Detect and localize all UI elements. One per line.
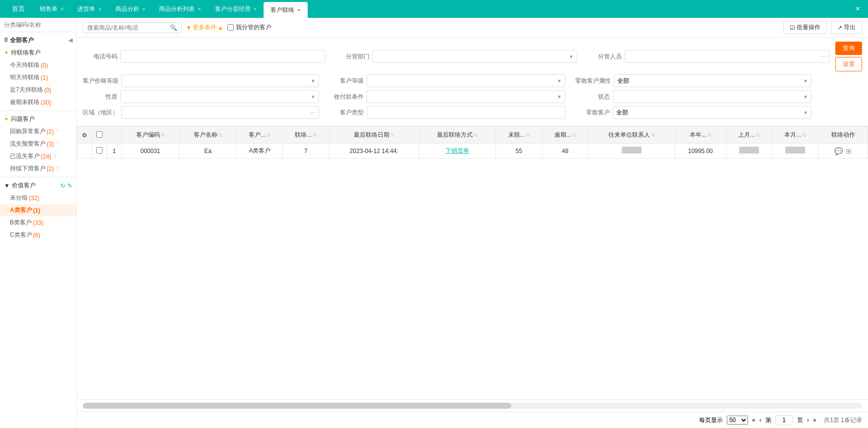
filter-status: 状态 ▼ xyxy=(575,90,812,103)
sidebar-item-tomorrow-contact[interactable]: 明天待联络 (1) xyxy=(0,71,76,84)
close-customer-tier-tab[interactable]: × xyxy=(254,6,257,12)
filter-customer-level: 客户等级 ▼ xyxy=(329,74,565,87)
filter-person-input[interactable]: ··· xyxy=(625,50,829,63)
sidebar-item-b-class[interactable]: B类客户 (33) xyxy=(0,216,76,229)
close-sales-tab[interactable]: × xyxy=(60,6,63,12)
col-overdue[interactable]: 逾期...⇅ xyxy=(542,127,588,144)
col-name[interactable]: 客户名称⇅ xyxy=(179,127,237,144)
filter-row-1: 电话号码 分管部门 ▼ 分管人员 ··· xyxy=(83,42,862,71)
filter-status-label: 状态 xyxy=(575,93,610,101)
all-customers-header[interactable]: ⠿ 全部客户 ◀ xyxy=(0,32,76,47)
close-product-list-tab[interactable]: × xyxy=(198,6,201,12)
value-group-label[interactable]: ▼ 价值客户 ↻ ✎ xyxy=(0,179,76,192)
query-button[interactable]: 查询 xyxy=(835,42,862,55)
row-action-buttons: 💬 ⊞ xyxy=(821,147,865,155)
filter-dept-select[interactable]: ▼ xyxy=(373,50,577,63)
page-nav-last[interactable]: » xyxy=(813,417,816,424)
filter-region-label: 区域（地区） xyxy=(83,108,118,117)
filter-status-select[interactable]: ▼ xyxy=(613,90,812,103)
filter-customer-type-label: 客户类型 xyxy=(329,108,364,117)
toolbar-search-icon[interactable]: 🔍 xyxy=(170,24,177,31)
horizontal-scrollbar[interactable] xyxy=(83,403,862,409)
nav-tab-customer-contact[interactable]: 客户联络 × xyxy=(264,2,307,18)
export-button[interactable]: ↗ 导出 xyxy=(831,21,862,34)
sidebar-divider-2 xyxy=(0,177,76,177)
col-contact[interactable]: 联络...⇅ xyxy=(283,127,329,144)
contact-group-label[interactable]: ▼ 待联络客户 xyxy=(0,47,76,59)
batch-op-button[interactable]: ☑ 批量操作 xyxy=(783,21,827,34)
sidebar-item-overdue-contact[interactable]: 逾期未联络 (30) xyxy=(0,96,76,108)
my-customer-checkbox[interactable] xyxy=(227,24,234,31)
page-nav-first[interactable]: « xyxy=(752,417,756,424)
sidebar-item-declining[interactable]: 持续下滑客户 (2) ? xyxy=(0,162,76,175)
problem-group-label[interactable]: ▼ 问题客户 xyxy=(0,113,76,125)
arrow-down-icon-2: ▼ xyxy=(4,116,9,122)
col-this-month[interactable]: 本月...⇅ xyxy=(772,127,818,144)
refresh-icon[interactable]: ↻ xyxy=(60,182,65,189)
sidebar-item-abnormal[interactable]: 回购异常客户 (2) ? xyxy=(0,125,76,138)
sidebar-item-lost[interactable]: 已流失客户 (24) ? xyxy=(0,150,76,162)
col-type[interactable]: 客户...⇅ xyxy=(237,127,283,144)
nav-tab-sales[interactable]: 销售单 × xyxy=(33,0,70,18)
last-method-link[interactable]: 下销货单 xyxy=(445,147,469,154)
filter-retail-customer-select[interactable]: 全部 ▼ xyxy=(613,106,812,119)
filter-price-level-select[interactable]: ▼ xyxy=(121,74,319,87)
filter-row-4: 区域（地区） ··· 客户类型 零散客户 全部 ▼ xyxy=(83,106,862,119)
nav-tab-product-analysis[interactable]: 商品分析 × xyxy=(108,0,152,18)
sidebar-item-lost-warning[interactable]: 流失预警客户 (3) ? xyxy=(0,138,76,150)
settings-button[interactable]: 设置 xyxy=(835,57,862,71)
col-last-date[interactable]: 最后联络日期⇅ xyxy=(329,127,419,144)
row-checkbox[interactable] xyxy=(92,144,107,159)
close-product-analysis-tab[interactable]: × xyxy=(142,6,145,12)
close-purchase-tab[interactable]: × xyxy=(98,6,101,12)
filter-region-input[interactable]: ··· xyxy=(121,106,319,119)
arrow-down-icon-3: ▼ xyxy=(4,182,10,189)
filter-retail-attr-select[interactable]: 全部 ▼ xyxy=(614,74,812,87)
col-this-year[interactable]: 本年...⇅ xyxy=(675,127,726,144)
col-code[interactable]: 客户编码⇅ xyxy=(122,127,179,144)
page-nav-next[interactable]: › xyxy=(807,417,809,424)
nav-tab-purchase[interactable]: 进货单 × xyxy=(70,0,108,18)
filter-nature: 性质 ▼ xyxy=(83,90,319,103)
col-no-contact[interactable]: 未联...⇅ xyxy=(496,127,542,144)
col-last-month[interactable]: 上月...⇅ xyxy=(726,127,772,144)
close-customer-contact-tab[interactable]: × xyxy=(297,7,300,13)
col-checkbox[interactable] xyxy=(92,127,107,144)
filter-phone-input[interactable] xyxy=(120,50,325,63)
filter-row-3: 性质 ▼ 收付款条件 ▼ 状态 xyxy=(83,90,862,103)
phone-action-icon[interactable]: ⊞ xyxy=(846,147,852,155)
nav-tab-product-analysis-list[interactable]: 商品分析列表 × xyxy=(152,0,208,18)
edit-icon[interactable]: ✎ xyxy=(67,182,72,189)
sidebar-divider-1 xyxy=(0,110,76,111)
row-last-method[interactable]: 下销货单 xyxy=(419,144,496,159)
filter-price-level-label: 客户价格等级 xyxy=(83,77,118,85)
filter-payment-select[interactable]: ▼ xyxy=(367,90,565,103)
sidebar-item-c-class[interactable]: C类客户 (6) xyxy=(0,229,76,241)
sidebar-item-ungroup[interactable]: 未分组 (32) xyxy=(0,192,76,204)
filter-panel: 电话号码 分管部门 ▼ 分管人员 ··· xyxy=(77,38,868,126)
page-nav-prev[interactable]: ‹ xyxy=(760,417,761,424)
page-input[interactable] xyxy=(775,415,793,425)
sidebar-item-7day-contact[interactable]: 近7天待联络 (0) xyxy=(0,84,76,96)
row-select-checkbox[interactable] xyxy=(96,147,103,154)
nav-tab-customer-tier[interactable]: 客户分层经营 × xyxy=(208,0,264,18)
sidebar-item-a-class[interactable]: A类客户 (1) xyxy=(0,204,76,216)
close-all-tabs[interactable]: × xyxy=(852,4,864,13)
filter-customer-level-select[interactable]: ▼ xyxy=(367,74,565,87)
toolbar-search-input[interactable] xyxy=(87,24,168,31)
nav-home[interactable]: 首页 xyxy=(4,0,33,18)
toolbar-filter-btn[interactable]: ▼ 更多条件 ▲ xyxy=(186,23,223,32)
status-dropdown-icon: ▼ xyxy=(803,94,808,100)
col-settings[interactable]: ⚙ xyxy=(77,127,92,144)
filter-customer-type-input[interactable] xyxy=(367,106,565,119)
chat-action-icon[interactable]: 💬 xyxy=(834,147,843,155)
col-unit-contact[interactable]: 往来单位联系人⇅ xyxy=(588,127,675,144)
filter-nature-select[interactable]: ▼ xyxy=(120,90,319,103)
customer-table: ⚙ 客户编码⇅ 客户名称⇅ 客户...⇅ 联络...⇅ 最后联络日期⇅ 最后联络… xyxy=(77,126,868,159)
per-page-select[interactable]: 50 100 200 xyxy=(727,416,748,425)
sidebar-search-input[interactable] xyxy=(4,21,77,28)
sidebar-item-today-contact[interactable]: 今天待联络 (0) xyxy=(0,59,76,71)
col-last-method[interactable]: 最后联络方式⇅ xyxy=(419,127,496,144)
filter-icon: ▼ xyxy=(186,24,192,31)
select-all-checkbox[interactable] xyxy=(96,131,103,138)
